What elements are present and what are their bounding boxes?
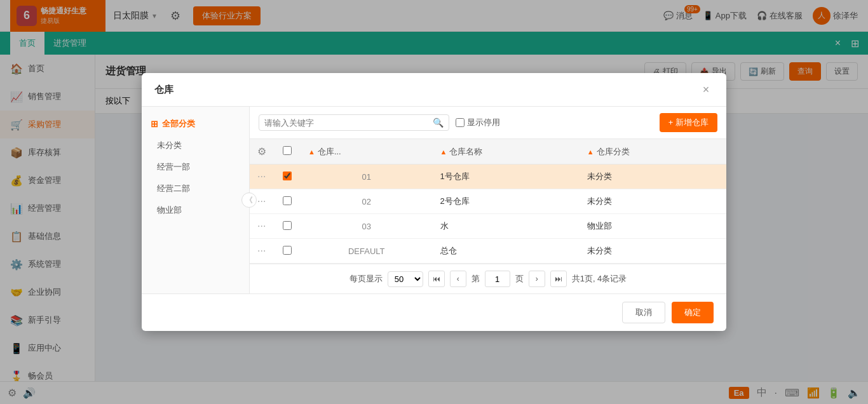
row-checkbox[interactable]	[283, 172, 292, 180]
sort-name-icon: ▲	[440, 148, 447, 156]
row-name-cell: 总仓	[433, 239, 580, 264]
modal-title: 仓库	[154, 84, 173, 96]
table-row[interactable]: ··· 02 2号仓库 未分类	[250, 189, 726, 214]
row-checkbox-cell	[275, 239, 301, 264]
table-toolbar: 🔍 显示停用 + 新增仓库	[250, 107, 726, 139]
row-name-cell: 水	[433, 214, 580, 239]
sort-cat-icon: ▲	[587, 148, 594, 156]
row-category-cell: 未分类	[580, 165, 726, 189]
modal-header: 仓库 ×	[142, 73, 726, 107]
modal-overlay: 仓库 × ⊞ 全部分类 未分类 经营一部 经营二部	[0, 0, 868, 404]
warehouse-modal: 仓库 × ⊞ 全部分类 未分类 经营一部 经营二部	[142, 73, 726, 331]
row-code-cell: 03	[301, 214, 433, 239]
row-checkbox-cell	[275, 189, 301, 214]
prev-page-button[interactable]: ‹	[450, 271, 466, 287]
category-all[interactable]: ⊞ 全部分类	[142, 113, 249, 135]
pagination: 每页显示 102050100 ⏮ ‹ 第 页 › ⏭ 共1页, 4条记录	[250, 264, 726, 293]
search-input[interactable]	[264, 118, 433, 128]
modal-body: ⊞ 全部分类 未分类 经营一部 经营二部 物业部 《	[142, 107, 726, 293]
show-disabled-checkbox[interactable]	[456, 118, 465, 127]
row-actions-cell: ···	[250, 239, 275, 264]
show-disabled-toggle[interactable]: 显示停用	[456, 117, 500, 128]
cancel-button[interactable]: 取消	[622, 302, 665, 323]
next-page-button[interactable]: ›	[529, 271, 545, 287]
category-ops2[interactable]: 经营二部	[142, 178, 249, 199]
row-code-cell: 01	[301, 165, 433, 189]
row-code-cell: DEFAULT	[301, 239, 433, 264]
search-icon[interactable]: 🔍	[433, 118, 444, 128]
collapse-button[interactable]: 《	[241, 192, 257, 208]
per-page-label: 每页显示	[349, 273, 383, 285]
row-checkbox-cell	[275, 165, 301, 189]
search-box: 🔍	[259, 114, 449, 131]
col-checkbox	[275, 139, 301, 165]
table-row[interactable]: ··· 03 水 物业部	[250, 214, 726, 239]
category-property[interactable]: 物业部	[142, 199, 249, 221]
row-name-cell: 1号仓库	[433, 165, 580, 189]
per-page-select[interactable]: 102050100	[388, 271, 423, 287]
col-category: ▲ 仓库分类	[580, 139, 726, 165]
row-name-cell: 2号仓库	[433, 189, 580, 214]
row-checkbox[interactable]	[283, 246, 292, 255]
row-actions-cell: ···	[250, 214, 275, 239]
modal-close-button[interactable]: ×	[698, 82, 714, 97]
grid-icon: ⊞	[151, 119, 158, 129]
modal-footer: 取消 确定	[142, 293, 726, 331]
total-info: 共1页, 4条记录	[572, 273, 627, 285]
page-input[interactable]	[485, 271, 510, 287]
page-suffix: 页	[515, 273, 524, 285]
row-checkbox-cell	[275, 214, 301, 239]
table-row[interactable]: ··· 01 1号仓库 未分类	[250, 165, 726, 189]
table-header-row: ⚙ ▲ 仓库...	[250, 139, 726, 165]
col-name: ▲ 仓库名称	[433, 139, 580, 165]
category-unclassified[interactable]: 未分类	[142, 135, 249, 156]
row-actions-cell: ···	[250, 165, 275, 189]
select-all-checkbox[interactable]	[283, 146, 292, 155]
row-category-cell: 未分类	[580, 189, 726, 214]
confirm-button[interactable]: 确定	[672, 302, 714, 323]
sort-code-icon: ▲	[308, 148, 315, 156]
last-page-button[interactable]: ⏭	[550, 271, 567, 287]
row-checkbox[interactable]	[283, 221, 292, 230]
row-category-cell: 物业部	[580, 214, 726, 239]
data-table: ⚙ ▲ 仓库...	[250, 139, 726, 264]
row-category-cell: 未分类	[580, 239, 726, 264]
gear-header-icon: ⚙	[257, 146, 266, 157]
category-panel: ⊞ 全部分类 未分类 经营一部 经营二部 物业部 《	[142, 107, 250, 293]
col-code: ▲ 仓库...	[301, 139, 433, 165]
row-checkbox[interactable]	[283, 196, 292, 205]
warehouse-table: ⚙ ▲ 仓库...	[250, 139, 726, 264]
category-header-label: 全部分类	[162, 118, 195, 130]
table-row[interactable]: ··· DEFAULT 总仓 未分类	[250, 239, 726, 264]
table-panel: 🔍 显示停用 + 新增仓库 ⚙	[250, 107, 726, 293]
first-page-button[interactable]: ⏮	[428, 271, 445, 287]
col-gear: ⚙	[250, 139, 275, 165]
category-ops1[interactable]: 经营一部	[142, 156, 249, 178]
row-code-cell: 02	[301, 189, 433, 214]
add-warehouse-button[interactable]: + 新增仓库	[660, 113, 717, 132]
page-label: 第	[471, 273, 480, 285]
